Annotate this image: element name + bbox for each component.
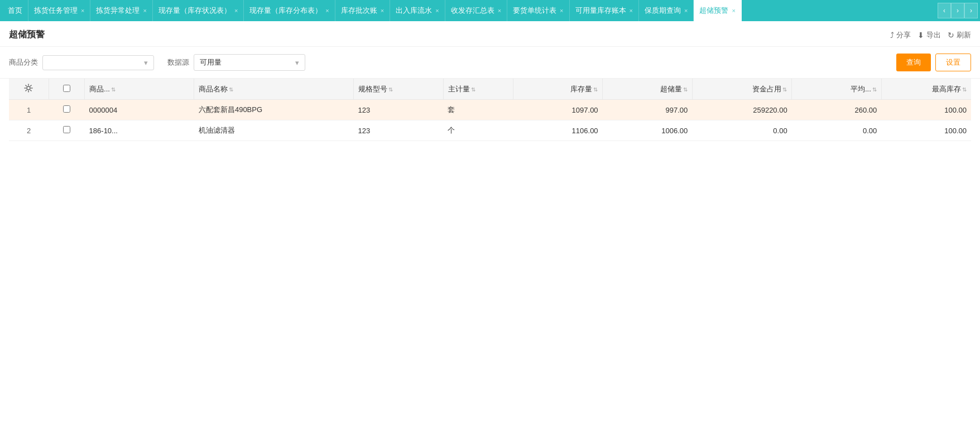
nav-tab-11[interactable]: 超储预警× xyxy=(694,0,741,21)
nav-tab-close-icon[interactable]: × xyxy=(684,7,688,14)
th-stock[interactable]: 库存量⇅ xyxy=(513,79,603,100)
table-body: 1 0000004 六配套新昌490BPG 123 套 1097.00 997.… xyxy=(9,100,971,141)
nav-tab-close-icon[interactable]: × xyxy=(143,7,146,14)
nav-tab-label: 超储预警 xyxy=(699,6,728,16)
nav-tab-close-icon[interactable]: × xyxy=(732,7,735,14)
nav-tab-2[interactable]: 拣货异常处理× xyxy=(90,0,152,21)
nav-tab-label: 收发存汇总表 xyxy=(451,6,494,16)
cell-avg: 0.00 xyxy=(792,120,882,141)
cell-stock: 1097.00 xyxy=(513,100,603,120)
sort-code-icon: ⇅ xyxy=(111,86,116,93)
data-table: 商品...⇅ 商品名称⇅ 规格型号⇅ 主计量⇅ 库存量⇅ 超 xyxy=(9,79,971,141)
settings-button[interactable]: 设置 xyxy=(935,54,971,71)
page-title: 超储预警 xyxy=(9,29,45,41)
cell-maxstock: 100.00 xyxy=(881,120,971,141)
nav-tab-4[interactable]: 现存量（库存分布表）× xyxy=(244,0,335,21)
nav-tab-1[interactable]: 拣货任务管理× xyxy=(28,0,90,21)
sort-stock-icon: ⇅ xyxy=(593,86,598,93)
nav-tab-9[interactable]: 可用量库存账本× xyxy=(570,0,639,21)
category-select[interactable]: ▾ xyxy=(42,55,154,70)
th-capital[interactable]: 资金占用⇅ xyxy=(692,79,791,100)
th-name[interactable]: 商品名称⇅ xyxy=(194,79,354,100)
nav-tab-close-icon[interactable]: × xyxy=(81,7,84,14)
nav-tab-10[interactable]: 保质期查询× xyxy=(639,0,694,21)
th-avg[interactable]: 平均...⇅ xyxy=(792,79,882,100)
datasource-filter: 数据源 可用量 ▾ xyxy=(167,54,305,71)
nav-tab-5[interactable]: 库存批次账× xyxy=(335,0,390,21)
nav-tab-label: 拣货异常处理 xyxy=(96,6,140,16)
sort-capital-icon: ⇅ xyxy=(782,86,787,93)
refresh-button[interactable]: ↻ 刷新 xyxy=(948,30,971,40)
nav-tab-close-icon[interactable]: × xyxy=(560,7,563,14)
table-header-row: 商品...⇅ 商品名称⇅ 规格型号⇅ 主计量⇅ 库存量⇅ 超 xyxy=(9,79,971,100)
cell-avg: 260.00 xyxy=(792,100,882,120)
cell-capital: 259220.00 xyxy=(692,100,791,120)
cell-code: 0000004 xyxy=(85,100,194,120)
datasource-label: 数据源 xyxy=(167,57,189,67)
cell-unit: 个 xyxy=(443,120,513,141)
th-spec[interactable]: 规格型号⇅ xyxy=(353,79,443,100)
table-header: 商品...⇅ 商品名称⇅ 规格型号⇅ 主计量⇅ 库存量⇅ 超 xyxy=(9,79,971,100)
nav-tab-close-icon[interactable]: × xyxy=(630,7,633,14)
datasource-arrow-icon: ▾ xyxy=(295,59,299,67)
nav-tab-label: 要货单统计表 xyxy=(513,6,556,16)
category-arrow-icon: ▾ xyxy=(144,59,148,67)
query-button[interactable]: 查询 xyxy=(896,54,931,71)
cell-unit: 套 xyxy=(443,100,513,120)
th-unit[interactable]: 主计量⇅ xyxy=(443,79,513,100)
header-actions: ⤴ 分享 ⬇ 导出 ↻ 刷新 xyxy=(890,30,971,40)
check-all-checkbox[interactable] xyxy=(63,85,70,92)
filter-row: 商品分类 ▾ 数据源 可用量 ▾ 查询 设置 xyxy=(0,47,980,79)
category-label: 商品分类 xyxy=(9,57,38,67)
nav-tab-label: 现存量（库存分布表） xyxy=(249,6,322,16)
table-check-all-header[interactable] xyxy=(49,79,84,100)
nav-tab-close-icon[interactable]: × xyxy=(325,7,329,14)
nav-tab-label: 拣货任务管理 xyxy=(34,6,78,16)
row-checkbox[interactable] xyxy=(63,126,70,133)
cell-code: 186-10... xyxy=(85,120,194,141)
nav-tab-close-icon[interactable]: × xyxy=(435,7,439,14)
cell-stock: 1106.00 xyxy=(513,120,603,141)
cell-over: 997.00 xyxy=(603,100,693,120)
nav-tab-close-icon[interactable]: × xyxy=(381,7,384,14)
cell-name: 机油滤清器 xyxy=(194,120,354,141)
nav-more-btn[interactable]: › xyxy=(964,3,978,18)
row-checkbox[interactable] xyxy=(63,105,70,113)
nav-tab-label: 库存批次账 xyxy=(341,6,377,16)
th-code[interactable]: 商品...⇅ xyxy=(85,79,194,100)
page-header: 超储预警 ⤴ 分享 ⬇ 导出 ↻ 刷新 xyxy=(0,21,980,47)
datasource-select[interactable]: 可用量 ▾ xyxy=(194,54,305,71)
nav-prev-btn[interactable]: ‹ xyxy=(938,3,951,18)
sort-over-icon: ⇅ xyxy=(683,86,688,93)
share-icon: ⤴ xyxy=(890,31,894,40)
table-settings-icon-header[interactable] xyxy=(9,79,49,100)
refresh-icon: ↻ xyxy=(948,31,954,40)
share-button[interactable]: ⤴ 分享 xyxy=(890,30,911,40)
cell-spec: 123 xyxy=(353,120,443,141)
cell-capital: 0.00 xyxy=(692,120,791,141)
nav-tab-8[interactable]: 要货单统计表× xyxy=(507,0,569,21)
cell-check[interactable] xyxy=(49,100,84,120)
cell-spec: 123 xyxy=(353,100,443,120)
sort-unit-icon: ⇅ xyxy=(471,86,475,93)
nav-tab-label: 现存量（库存状况表） xyxy=(158,6,231,16)
cell-maxstock: 100.00 xyxy=(881,100,971,120)
nav-tab-close-icon[interactable]: × xyxy=(498,7,501,14)
cell-name: 六配套新昌490BPG xyxy=(194,100,354,120)
top-nav: 首页拣货任务管理×拣货异常处理×现存量（库存状况表）×现存量（库存分布表）×库存… xyxy=(0,0,980,21)
nav-tab-0[interactable]: 首页 xyxy=(2,0,28,21)
nav-next-btn[interactable]: › xyxy=(951,3,964,18)
th-maxstock[interactable]: 最高库存⇅ xyxy=(881,79,971,100)
cell-num: 2 xyxy=(9,120,49,141)
filter-buttons: 查询 设置 xyxy=(896,54,971,71)
nav-tab-7[interactable]: 收发存汇总表× xyxy=(445,0,507,21)
datasource-value: 可用量 xyxy=(200,57,222,67)
export-button[interactable]: ⬇ 导出 xyxy=(917,30,941,40)
nav-tab-6[interactable]: 出入库流水× xyxy=(390,0,445,21)
th-over[interactable]: 超储量⇅ xyxy=(603,79,693,100)
cell-check[interactable] xyxy=(49,120,84,141)
nav-tab-close-icon[interactable]: × xyxy=(234,7,238,14)
page-content: 超储预警 ⤴ 分享 ⬇ 导出 ↻ 刷新 商品分类 ▾ 数据源 xyxy=(0,21,980,446)
cell-num: 1 xyxy=(9,100,49,120)
nav-tab-3[interactable]: 现存量（库存状况表）× xyxy=(153,0,244,21)
